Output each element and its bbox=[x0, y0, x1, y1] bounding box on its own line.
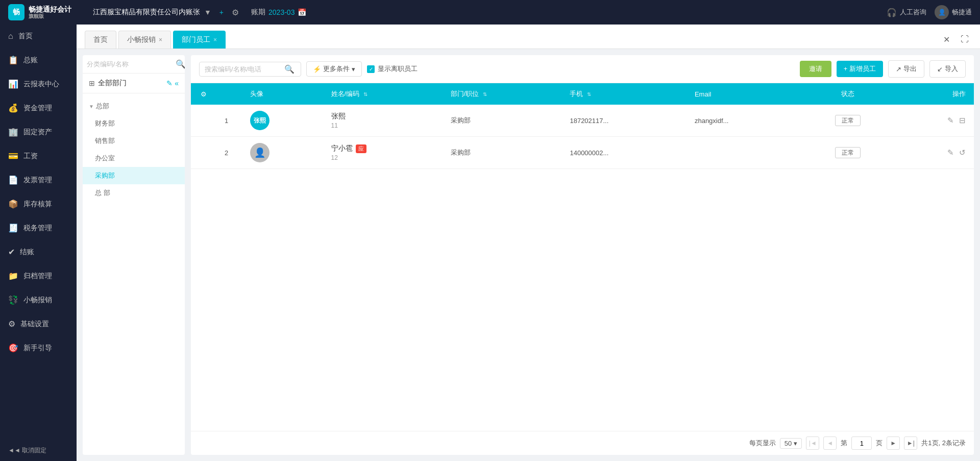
user-profile[interactable]: 👤 畅捷通 bbox=[935, 5, 972, 19]
tab-close-xiaochang[interactable]: × bbox=[159, 36, 162, 43]
row1-avatar: 张熙 bbox=[242, 105, 323, 137]
table-row: 2 👤 宁小雹 应 bbox=[191, 137, 974, 169]
row1-dept: 采购部 bbox=[443, 105, 562, 137]
show-resigned-checkbox[interactable]: ✓ bbox=[367, 65, 375, 73]
row2-action-icons: ✎ ↺ bbox=[903, 148, 966, 157]
row1-select bbox=[191, 105, 216, 137]
name-sort-icon: ⇅ bbox=[363, 91, 368, 97]
show-resigned-toggle[interactable]: ✓ 显示离职员工 bbox=[367, 64, 418, 74]
col-avatar: 头像 bbox=[242, 83, 323, 105]
page-number-input[interactable] bbox=[851, 436, 872, 450]
sidebar-item-home[interactable]: ⌂ 首页 bbox=[0, 25, 77, 48]
row2-status: 正常 bbox=[800, 137, 895, 169]
tax-icon: 🧾 bbox=[8, 223, 18, 233]
employee-search-input[interactable] bbox=[205, 65, 281, 73]
dept-node-general[interactable]: 总 部 bbox=[83, 184, 185, 202]
tab-close-dept-employee[interactable]: × bbox=[213, 36, 217, 43]
page-size-selector[interactable]: 50 ▾ bbox=[780, 438, 802, 449]
phone-sort-icon: ⇅ bbox=[587, 91, 591, 97]
page-content: 🔍 ⊞ 全部部门 ✎ « ▼ 总部 财务部 bbox=[77, 49, 980, 461]
sidebar-item-reports[interactable]: 📊 云报表中心 bbox=[0, 72, 77, 96]
col-seq bbox=[216, 83, 242, 105]
pagination: 每页显示 50 ▾ |◄ ◄ 第 页 ► ►| 共1页, 2条记录 bbox=[191, 431, 974, 455]
dept-node-root[interactable]: ▼ 总部 bbox=[83, 98, 185, 115]
row1-seq: 1 bbox=[216, 105, 242, 137]
home-icon: ⌂ bbox=[8, 32, 13, 41]
first-page-btn[interactable]: |◄ bbox=[806, 436, 819, 450]
dept-search: 🔍 bbox=[83, 55, 185, 74]
tab-xiaochang[interactable]: 小畅报销 × bbox=[118, 31, 171, 48]
last-page-btn[interactable]: ►| bbox=[904, 436, 917, 450]
col-name[interactable]: 姓名/编码 ⇅ bbox=[323, 83, 443, 105]
top-bar: 畅 畅捷通好会计 旗舰版 江西服宝精品有限责任公司内账张 ▼ + ⚙ 账期 20… bbox=[0, 0, 980, 25]
sidebar-item-xiaochang[interactable]: 💱 小畅报销 bbox=[0, 288, 77, 312]
status-badge-row2: 正常 bbox=[835, 147, 861, 158]
sidebar-item-assets[interactable]: 🏢 固定资产 bbox=[0, 120, 77, 144]
dept-node-purchase[interactable]: 采购部 bbox=[83, 167, 185, 184]
col-setting[interactable]: ⚙ bbox=[191, 83, 216, 105]
edit-icon-row1[interactable]: ✎ bbox=[947, 116, 954, 125]
sidebar-item-checkout[interactable]: ✔ 结账 bbox=[0, 240, 77, 264]
dept-edit-btn[interactable]: ✎ bbox=[166, 79, 173, 87]
settings-btn[interactable]: ⚙ bbox=[232, 8, 239, 17]
refresh-icon-row2[interactable]: ↺ bbox=[959, 148, 966, 157]
ai-consult-btn[interactable]: 🎧 人工咨询 bbox=[887, 8, 926, 17]
tab-home[interactable]: 首页 bbox=[85, 31, 116, 48]
close-tab-btn[interactable]: ✕ bbox=[939, 32, 953, 46]
sidebar-item-tax[interactable]: 🧾 税务管理 bbox=[0, 216, 77, 240]
status-badge-row1: 正常 bbox=[835, 115, 861, 126]
sidebar-item-ledger[interactable]: 📋 总账 bbox=[0, 48, 77, 72]
expand-tab-btn[interactable]: ⛶ bbox=[958, 32, 972, 46]
employee-search-box: 🔍 bbox=[199, 62, 301, 77]
col-phone[interactable]: 手机 ⇅ bbox=[561, 83, 686, 105]
sidebar-item-settings[interactable]: ⚙ 基础设置 bbox=[0, 312, 77, 336]
dept-search-icon[interactable]: 🔍 bbox=[176, 59, 185, 69]
sidebar-item-funds[interactable]: 💰 资金管理 bbox=[0, 96, 77, 120]
row2-seq: 2 bbox=[216, 137, 242, 169]
next-page-btn[interactable]: ► bbox=[887, 436, 900, 450]
dept-collapse-btn[interactable]: « bbox=[175, 79, 179, 87]
filter-btn[interactable]: ⚡ 更多条件 ▾ bbox=[306, 61, 362, 77]
edit-icon-row2[interactable]: ✎ bbox=[947, 148, 954, 157]
employee-search-icon[interactable]: 🔍 bbox=[284, 64, 295, 74]
dept-node-office[interactable]: 办公室 bbox=[83, 150, 185, 167]
row1-action-icons: ✎ ⊟ bbox=[903, 116, 966, 125]
filter-icon: ⚡ bbox=[313, 65, 321, 73]
logout-icon-row1[interactable]: ⊟ bbox=[959, 116, 966, 125]
dept-search-input[interactable] bbox=[87, 60, 173, 68]
row2-phone: 140000002... bbox=[561, 137, 686, 169]
sidebar-item-invoice[interactable]: 📄 发票管理 bbox=[0, 168, 77, 192]
guide-icon: 🎯 bbox=[8, 343, 18, 353]
company-dropdown-icon: ▼ bbox=[204, 8, 211, 16]
sidebar-item-archive[interactable]: 📁 归档管理 bbox=[0, 264, 77, 288]
period-selector[interactable]: 账期 2023-03 📅 bbox=[251, 8, 306, 17]
company-selector[interactable]: 江西服宝精品有限责任公司内账张 ▼ + ⚙ 账期 2023-03 📅 bbox=[93, 8, 887, 17]
employee-data-table: ⚙ 头像 姓名/编码 ⇅ 部门/职位 bbox=[191, 83, 974, 169]
sidebar-item-salary[interactable]: 💳 工资 bbox=[0, 144, 77, 168]
export-btn[interactable]: ↗ 导出 bbox=[888, 60, 924, 78]
import-btn[interactable]: ↙ 导入 bbox=[929, 60, 966, 78]
row2-actions: ✎ ↺ bbox=[895, 137, 974, 169]
col-status: 状态 bbox=[800, 83, 895, 105]
add-company-btn[interactable]: + bbox=[219, 8, 224, 16]
row1-status: 正常 bbox=[800, 105, 895, 137]
dept-node-finance[interactable]: 财务部 bbox=[83, 115, 185, 132]
dept-grid-icon: ⊞ bbox=[89, 79, 95, 87]
sidebar-item-inventory[interactable]: 📦 库存核算 bbox=[0, 192, 77, 216]
col-dept[interactable]: 部门/职位 ⇅ bbox=[443, 83, 562, 105]
top-bar-right: 🎧 人工咨询 👤 畅捷通 bbox=[887, 5, 972, 19]
tab-dept-employee[interactable]: 部门员工 × bbox=[173, 31, 226, 48]
invite-btn[interactable]: 邀请 bbox=[800, 61, 831, 77]
archive-icon: 📁 bbox=[8, 271, 18, 281]
row2-name-badge: 宁小雹 应 bbox=[331, 144, 434, 153]
all-dept-header: ⊞ 全部部门 ✎ « bbox=[83, 74, 185, 93]
add-employee-btn[interactable]: + 新增员工 bbox=[837, 61, 883, 77]
row1-name: 张熙 11 bbox=[323, 105, 443, 137]
sidebar-item-guide[interactable]: 🎯 新手引导 bbox=[0, 336, 77, 360]
tab-bar: 首页 小畅报销 × 部门员工 × ✕ ⛶ bbox=[77, 25, 980, 49]
prev-page-btn[interactable]: ◄ bbox=[823, 436, 837, 450]
table-row: 1 张熙 张熙 11 bbox=[191, 105, 974, 137]
funds-icon: 💰 bbox=[8, 103, 18, 113]
dept-node-sales[interactable]: 销售部 bbox=[83, 132, 185, 150]
cancel-pin-btn[interactable]: ◄◄ 取消固定 bbox=[0, 440, 77, 461]
